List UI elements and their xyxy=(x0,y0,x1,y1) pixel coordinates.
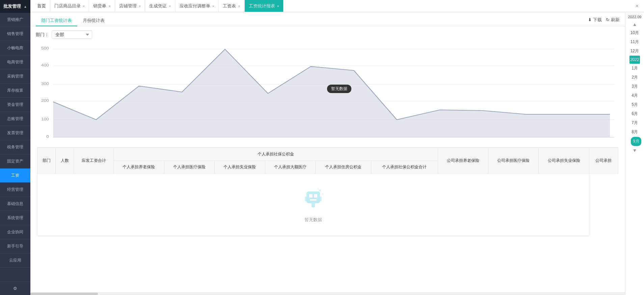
year-picker-item-6月[interactable]: 6月 xyxy=(629,109,640,118)
sidebar-item-fixed-assets[interactable]: 固定资产 xyxy=(0,154,30,169)
svg-rect-14 xyxy=(309,194,313,198)
tab-production-cert[interactable]: 生成凭证× xyxy=(145,0,175,12)
sidebar-item-new-guide[interactable]: 新手引导 xyxy=(0,239,30,254)
tab-store-management[interactable]: 店铺管理× xyxy=(115,0,145,12)
svg-text:400: 400 xyxy=(41,63,49,67)
tab-label-sales-order: 销货单 xyxy=(93,3,106,9)
th-personal-major-medical: 个人承担大额医疗 xyxy=(265,161,315,174)
year-picker: 2022.09 ▲ 10月11月12月20221月2月3月4月5月6月7月8月9… xyxy=(625,12,644,295)
sidebar-item-system[interactable]: 系统管理 xyxy=(0,211,30,225)
empty-state: 暂无数据 xyxy=(40,176,586,233)
download-button[interactable]: ⬇ 下载 xyxy=(588,17,602,23)
sidebar-item-marketing[interactable]: 营销推广 xyxy=(0,13,30,27)
dept-filter-label: 部门： xyxy=(36,32,49,38)
svg-text:200: 200 xyxy=(41,98,49,102)
sidebar-item-basic-info[interactable]: 基础信息 xyxy=(0,197,30,211)
svg-text:300: 300 xyxy=(41,82,49,86)
sidebar-settings-button[interactable]: ⚙ xyxy=(0,282,30,295)
tab-monthly-stats[interactable]: 月份统计表 xyxy=(77,16,110,26)
svg-rect-18 xyxy=(305,197,307,201)
svg-point-21 xyxy=(322,193,323,195)
svg-text:500: 500 xyxy=(41,46,49,50)
tab-sales-order[interactable]: 销货单× xyxy=(89,0,115,12)
year-picker-item-2022[interactable]: 2022 xyxy=(629,56,640,64)
table-empty-row: 暂无数据 xyxy=(37,174,618,236)
th-personal-medical: 个人承担医疗保险 xyxy=(164,161,214,174)
tab-close-receivable[interactable]: × xyxy=(212,4,214,8)
th-personal-insurance: 个人承担社保公积金 xyxy=(114,148,438,161)
year-picker-down-arrow[interactable]: ▼ xyxy=(631,146,639,154)
bottom-scrollbar-thumb xyxy=(30,293,98,295)
sidebar-item-capital[interactable]: 资金管理 xyxy=(0,98,30,112)
tab-label-home: 首页 xyxy=(37,3,46,9)
tab-receivable[interactable]: 应收应付调整单× xyxy=(176,0,219,12)
th-headcount: 人数 xyxy=(56,148,74,174)
dept-filter-select[interactable]: 全部 部门A 部门B xyxy=(52,30,92,39)
year-picker-item-3月[interactable]: 3月 xyxy=(629,82,640,91)
chart-area: 500 400 300 200 100 0 xyxy=(30,43,625,292)
sidebar-item-operations[interactable]: 经营管理 xyxy=(0,183,30,197)
tab-close-store-catalog[interactable]: × xyxy=(83,4,85,8)
page-content: 部门工资统计表 月份统计表 ⬇ 下载 ↻ 刷新 部门： xyxy=(30,12,644,295)
svg-rect-17 xyxy=(312,203,315,207)
tab-label-receivable: 应收应付调整单 xyxy=(180,3,210,9)
sidebar-item-tax[interactable]: 税务管理 xyxy=(0,140,30,154)
year-picker-item-4月[interactable]: 4月 xyxy=(629,91,640,100)
sidebar-item-inventory[interactable]: 库存核算 xyxy=(0,84,30,98)
sidebar-item-invoice[interactable]: 发票管理 xyxy=(0,126,30,140)
svg-rect-19 xyxy=(320,197,322,201)
tab-close-payroll-report[interactable]: × xyxy=(277,4,279,8)
main-content: 首页门店商品目录×销货单×店铺管理×生成凭证×应收应付调整单×工资表×工资统计报… xyxy=(30,0,644,295)
year-picker-up-arrow[interactable]: ▲ xyxy=(631,20,639,28)
sidebar-item-enterprise[interactable]: 企业协同 xyxy=(0,225,30,239)
tab-store-catalog[interactable]: 门店商品目录× xyxy=(50,0,89,12)
refresh-button[interactable]: ↻ 刷新 xyxy=(606,17,620,23)
year-picker-item-5月[interactable]: 5月 xyxy=(629,100,640,109)
tab-payroll-report[interactable]: 工资统计报表× xyxy=(245,0,284,12)
sidebar-item-sales[interactable]: 销售管理 xyxy=(0,27,30,41)
sidebar-header[interactable]: 批发管理 ▲ xyxy=(0,0,30,13)
data-table: 部门 人数 应发工资合计 个人承担社保公积金 公司承担养老保险 公司承担医疗保险… xyxy=(37,148,618,236)
sidebar-items: 营销推广销售管理小畅电商电商管理采购管理库存核算资金管理总账管理发票管理税务管理… xyxy=(0,13,30,268)
year-picker-item-8月[interactable]: 8月 xyxy=(629,127,640,137)
sidebar-item-payroll[interactable]: 工资 xyxy=(0,169,30,183)
sidebar-item-purchase[interactable]: 采购管理 xyxy=(0,69,30,84)
tab-close-sales-order[interactable]: × xyxy=(108,4,110,8)
table-container[interactable]: 部门 人数 应发工资合计 个人承担社保公积金 公司承担养老保险 公司承担医疗保险… xyxy=(37,147,618,236)
sub-tabs: 部门工资统计表 月份统计表 ⬇ 下载 ↻ 刷新 xyxy=(30,12,625,26)
year-picker-current: 2022.09 xyxy=(627,13,642,20)
year-picker-item-1月[interactable]: 1月 xyxy=(629,64,640,73)
table-empty-text: 暂无数据 xyxy=(304,217,322,223)
svg-rect-15 xyxy=(314,194,317,198)
download-icon: ⬇ xyxy=(588,17,592,22)
svg-rect-13 xyxy=(306,191,320,203)
svg-text:100: 100 xyxy=(41,117,49,121)
tab-dept-stats[interactable]: 部门工资统计表 xyxy=(36,16,77,26)
sidebar-item-ledger[interactable]: 总账管理 xyxy=(0,112,30,126)
year-picker-item-11月[interactable]: 11月 xyxy=(629,37,640,47)
tab-close-store-management[interactable]: × xyxy=(139,4,141,8)
svg-point-20 xyxy=(319,189,321,191)
th-company-other: 公司承担 xyxy=(589,148,618,174)
year-picker-item-7月[interactable]: 7月 xyxy=(629,118,640,127)
tab-close-production-cert[interactable]: × xyxy=(169,4,171,8)
empty-icon xyxy=(300,186,327,213)
tab-home[interactable]: 首页 xyxy=(33,0,50,12)
year-picker-item-9月[interactable]: 9月 xyxy=(631,137,641,146)
year-picker-item-12月[interactable]: 12月 xyxy=(629,47,640,56)
th-personal-unemployment: 个人承担失业保险 xyxy=(215,161,265,174)
th-company-pension: 公司承担养老保险 xyxy=(438,148,488,174)
tab-payroll-table[interactable]: 工资表× xyxy=(219,0,244,12)
bottom-scrollbar[interactable] xyxy=(30,292,625,295)
tabs-container: 首页门店商品目录×销货单×店铺管理×生成凭证×应收应付调整单×工资表×工资统计报… xyxy=(33,0,284,12)
th-total-salary: 应发工资合计 xyxy=(74,148,114,174)
year-picker-item-10月[interactable]: 10月 xyxy=(629,28,640,37)
sidebar-item-ecommerce[interactable]: 电商管理 xyxy=(0,55,30,69)
close-all-button[interactable]: × xyxy=(633,3,641,9)
sub-tabs-right: ⬇ 下载 ↻ 刷新 xyxy=(588,17,620,25)
sidebar-item-cloud-apps[interactable]: 云应用 xyxy=(0,254,30,268)
tab-close-payroll-table[interactable]: × xyxy=(238,4,240,8)
sidebar-item-ecommerce-small[interactable]: 小畅电商 xyxy=(0,41,30,55)
year-picker-item-2月[interactable]: 2月 xyxy=(629,73,640,82)
sidebar: 批发管理 ▲ 营销推广销售管理小畅电商电商管理采购管理库存核算资金管理总账管理发… xyxy=(0,0,30,295)
